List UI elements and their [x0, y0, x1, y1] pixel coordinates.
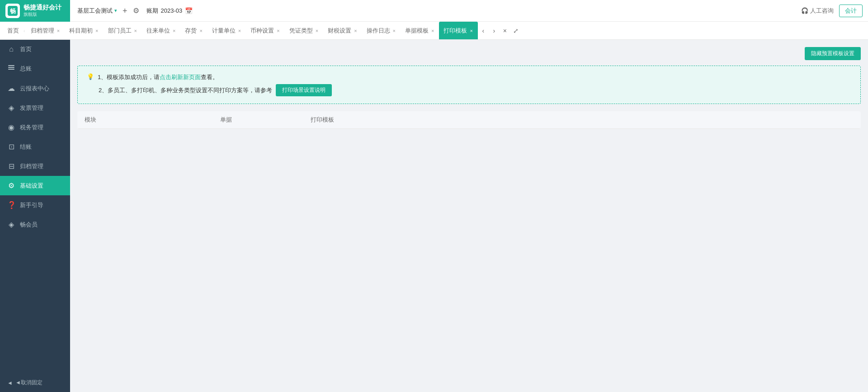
period-info: 账期 2023-03 📅	[146, 7, 193, 15]
logo-icon: 畅	[5, 4, 20, 18]
tab-close-icon[interactable]: ×	[393, 28, 396, 33]
sidebar-item-archive[interactable]: ⊟ 归档管理	[0, 156, 70, 176]
member-icon: ◈	[7, 220, 15, 229]
sidebar-item-member[interactable]: ◈ 畅会员	[0, 215, 70, 234]
headphone-icon: 🎧	[801, 7, 808, 14]
tax-icon: ◉	[7, 123, 15, 132]
settings-icon: ⚙	[7, 181, 15, 190]
tab-caozuo-rizhi[interactable]: 操作日志 ×	[362, 22, 401, 40]
tab-separator: ‹	[24, 28, 25, 33]
col-module-header: 模块	[85, 116, 220, 124]
svg-text:畅: 畅	[10, 8, 16, 14]
company-name: 基层工会测试	[77, 7, 113, 15]
kuaiji-button[interactable]: 会计	[839, 5, 863, 17]
archive-icon: ⊟	[7, 162, 15, 170]
cloud-icon: ☁	[7, 84, 15, 93]
sidebar-item-home[interactable]: ⌂ 首页	[0, 40, 70, 59]
tab-dayin-moban[interactable]: 打印模板 ×	[439, 22, 477, 40]
tab-next-icon[interactable]: ›	[489, 25, 500, 36]
sidebar-item-label: 基础设置	[20, 182, 43, 190]
sidebar-item-label: 云报表中心	[20, 85, 49, 93]
tab-danjv-moban[interactable]: 单据模板 ×	[401, 22, 439, 40]
tab-prev-icon[interactable]: ‹	[478, 25, 489, 36]
tab-close-icon[interactable]: ×	[316, 28, 318, 33]
tab-close-icon[interactable]: ×	[238, 28, 241, 33]
service-button[interactable]: 🎧 人工咨询	[801, 7, 834, 15]
sidebar-item-invoice[interactable]: ◈ 发票管理	[0, 98, 70, 118]
tab-close-icon[interactable]: ×	[199, 28, 202, 33]
content-area: 隐藏预置模板设置 💡 1、模板添加成功后，请点击刷新新页面查看。 2、多员工、多…	[70, 40, 868, 392]
tab-close-icon[interactable]: ×	[431, 28, 434, 33]
sidebar-item-label: 总账	[20, 65, 32, 73]
tab-caishui-shezhi[interactable]: 财税设置 ×	[323, 22, 362, 40]
print-scene-button[interactable]: 打印场景设置说明	[276, 84, 332, 96]
tab-pingzheng-leixing[interactable]: 凭证类型 ×	[285, 22, 323, 40]
calendar-icon[interactable]: 📅	[185, 7, 193, 14]
tab-home[interactable]: 首页	[4, 22, 23, 40]
tab-cunhuo[interactable]: 存货 ×	[180, 22, 207, 40]
tab-bumen-yuangong[interactable]: 部门员工 ×	[104, 22, 142, 40]
tab-jiliang-danwei[interactable]: 计量单位 ×	[208, 22, 246, 40]
info-line2: 2、多员工、多打印机、多种业务类型设置不同打印方案等，请参考	[99, 86, 272, 94]
unpin-icon: ◄	[7, 380, 13, 386]
sidebar-unpin[interactable]: ◄ ◄取消固定	[0, 373, 70, 392]
hide-template-button[interactable]: 隐藏预置模板设置	[805, 47, 861, 60]
tab-close-all-icon[interactable]: ×	[500, 25, 510, 36]
tab-close-icon[interactable]: ×	[173, 28, 175, 33]
table-header: 模块 单据 打印模板	[77, 111, 861, 129]
svg-rect-3	[8, 67, 14, 68]
tab-wanglai-danwei[interactable]: 往来单位 ×	[142, 22, 180, 40]
sidebar-item-guide[interactable]: ❓ 新手引导	[0, 195, 70, 215]
sidebar-item-tax[interactable]: ◉ 税务管理	[0, 118, 70, 137]
sidebar-item-label: 税务管理	[20, 123, 43, 132]
ledger-icon	[7, 64, 15, 73]
tab-close-icon[interactable]: ×	[470, 28, 472, 33]
sidebar-item-zongjv[interactable]: 总账	[0, 59, 70, 79]
tab-kemu-qichu[interactable]: 科目期初 ×	[65, 22, 103, 40]
add-button[interactable]: +	[123, 7, 127, 15]
tab-expand-icon[interactable]: ⤢	[510, 25, 521, 36]
logo: 畅 畅捷通好会计 旗舰版	[0, 0, 70, 22]
tab-close-icon[interactable]: ×	[95, 28, 98, 33]
tab-close-icon[interactable]: ×	[134, 28, 137, 33]
refresh-link[interactable]: 点击刷新新页面	[160, 74, 201, 80]
settings-icon[interactable]: ⚙	[133, 6, 139, 15]
info-box: 💡 1、模板添加成功后，请点击刷新新页面查看。 2、多员工、多打印机、多种业务类…	[77, 66, 861, 104]
col-doc-header: 单据	[220, 116, 311, 124]
company-selector[interactable]: 基层工会测试 ▾	[77, 7, 117, 15]
tab-close-icon[interactable]: ×	[277, 28, 279, 33]
logo-text: 畅捷通好会计 旗舰版	[24, 4, 61, 18]
tab-close-icon[interactable]: ×	[354, 28, 357, 33]
svg-rect-2	[8, 65, 14, 66]
data-table: 模块 单据 打印模板	[77, 111, 861, 129]
sidebar: ⌂ 首页 总账 ☁ 云报表中心 ◈ 发票管理 ◉ 税务管理 ⊡	[0, 40, 70, 392]
sidebar-item-label: 发票管理	[20, 104, 43, 112]
svg-rect-4	[8, 69, 14, 70]
sidebar-item-label: 结账	[20, 143, 32, 151]
sidebar-item-label: 首页	[20, 45, 32, 53]
guide-icon: ❓	[7, 201, 15, 209]
bulb-icon: 💡	[87, 73, 94, 80]
tab-close-icon[interactable]: ×	[57, 28, 60, 33]
checkout-icon: ⊡	[7, 142, 15, 151]
sidebar-item-cloud-report[interactable]: ☁ 云报表中心	[0, 79, 70, 98]
info-line1: 1、模板添加成功后，请点击刷新新页面查看。	[98, 73, 218, 81]
col-template-header: 打印模板	[311, 116, 854, 124]
home-icon: ⌂	[7, 45, 15, 53]
tab-bizhong-shezhi[interactable]: 币种设置 ×	[246, 22, 284, 40]
sidebar-item-label: 归档管理	[20, 162, 43, 170]
sidebar-item-label: 畅会员	[20, 221, 38, 229]
tab-bar: 首页 ‹ 归档管理 × 科目期初 × 部门员工 × 往来单位 × 存货 × 计量…	[0, 22, 868, 40]
sidebar-item-label: 新手引导	[20, 201, 43, 209]
chevron-down-icon: ▾	[114, 8, 117, 14]
invoice-icon: ◈	[7, 104, 15, 112]
sidebar-item-basic-settings[interactable]: ⚙ 基础设置	[0, 176, 70, 195]
tab-gudang-guanli[interactable]: 归档管理 ×	[26, 22, 65, 40]
sidebar-item-checkout[interactable]: ⊡ 结账	[0, 137, 70, 156]
